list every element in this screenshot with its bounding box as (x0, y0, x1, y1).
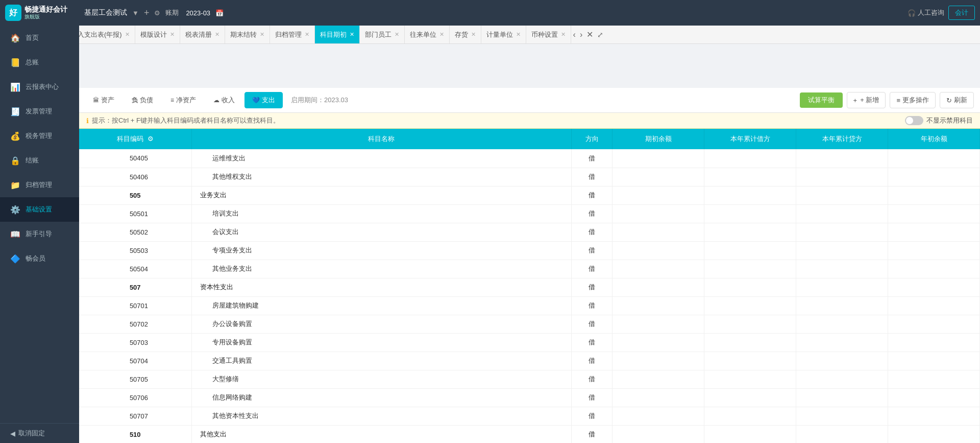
table-row[interactable]: 50502 会议支出 借 (79, 223, 980, 241)
main-content: 🏛 资产 负 负债 ≡ 净资产 ☁ 收入 💙 支出 启用期间：2023.03 试… (79, 88, 980, 443)
cell-credit (796, 407, 888, 425)
tab-close-icon[interactable]: ✕ (215, 31, 219, 38)
sub-tab-asset[interactable]: 🏛 资产 (85, 92, 122, 108)
table-row[interactable]: 510 其他支出 借 (79, 425, 980, 443)
cell-year-open (888, 260, 980, 278)
more-button[interactable]: ≡ 更多操作 (890, 92, 936, 108)
tab-subject[interactable]: 科目期初 ✕ (315, 26, 360, 44)
tab-currency[interactable]: 币种设置 ✕ (526, 26, 571, 44)
table-row[interactable]: 50704 交通工具购置 借 (79, 352, 980, 370)
sidebar-item-settings[interactable]: ⚙️ 基础设置 (0, 197, 79, 222)
sidebar-item-invoice[interactable]: 🧾 发票管理 (0, 99, 79, 124)
table-row[interactable]: 507 资本性支出 借 (79, 278, 980, 296)
cell-credit (796, 168, 888, 186)
cell-code: 505 (79, 186, 191, 204)
tab-dept[interactable]: 部门员工 ✕ (360, 26, 405, 44)
sub-tab-income[interactable]: ☁ 收入 (206, 92, 242, 108)
table-row[interactable]: 50707 其他资本性支出 借 (79, 407, 980, 425)
balance-button[interactable]: 试算平衡 (800, 92, 843, 108)
tab-tax[interactable]: 税表清册 ✕ (180, 26, 225, 44)
disabled-toggle[interactable] (905, 116, 923, 125)
sub-tab-liability[interactable]: 负 负债 (124, 92, 161, 108)
tab-contact[interactable]: 往来单位 ✕ (405, 26, 450, 44)
tab-template[interactable]: 模版设计 ✕ (135, 26, 180, 44)
sidebar-item-guide[interactable]: 📖 新手引导 (0, 222, 79, 246)
table-row[interactable]: 50503 专项业务支出 借 (79, 241, 980, 260)
cell-year-open (888, 149, 980, 168)
dropdown-icon[interactable]: ▼ (132, 9, 139, 17)
table-row[interactable]: 50405 运维维支出 借 (79, 149, 980, 168)
cell-year-open (888, 223, 980, 241)
tab-prev-button[interactable]: ‹ (571, 30, 578, 39)
sidebar-item-ledger[interactable]: 📒 总账 (0, 50, 79, 75)
sub-tab-expense[interactable]: 💙 支出 (244, 92, 283, 108)
table-row[interactable]: 50501 培训支出 借 (79, 204, 980, 223)
tab-close-icon[interactable]: ✕ (305, 31, 309, 38)
tab-next-button[interactable]: › (578, 30, 584, 39)
sidebar-item-tax[interactable]: 💰 税务管理 (0, 124, 79, 148)
sidebar-item-closing[interactable]: 🔒 结账 (0, 148, 79, 173)
cell-direction: 借 (572, 333, 612, 352)
cell-debit (704, 352, 796, 370)
tab-close-icon[interactable]: ✕ (471, 31, 476, 38)
tab-close-icon[interactable]: ✕ (260, 31, 264, 38)
cell-year-open (888, 296, 980, 315)
tab-label: 归档管理 (275, 30, 302, 39)
cell-opening (612, 149, 704, 168)
table-row[interactable]: 50701 房屋建筑物购建 借 (79, 296, 980, 315)
sidebar-label: 基础设置 (26, 205, 52, 214)
cell-opening (612, 204, 704, 223)
top-bar: 好 畅捷通好会计 旗舰版 基层工会测试 ▼ + ⚙ 账期 2023-03 📅 🎧… (0, 0, 980, 26)
sidebar-item-home[interactable]: 🏠 首页 (0, 26, 79, 50)
tab-close-all-button[interactable]: ✕ (584, 30, 595, 39)
sub-tab-equity[interactable]: ≡ 净资产 (163, 92, 204, 108)
tab-expand-button[interactable]: ⤢ (595, 31, 605, 39)
tab-close-icon[interactable]: ✕ (395, 31, 399, 38)
sidebar-label: 新手引导 (26, 229, 52, 239)
add-icon[interactable]: + (144, 8, 150, 18)
sub-tab-label: 负债 (140, 96, 153, 105)
table-row[interactable]: 50406 其他维权支出 借 (79, 168, 980, 186)
sidebar-item-archive[interactable]: 📁 归档管理 (0, 173, 79, 197)
table-row[interactable]: 50705 大型修缮 借 (79, 370, 980, 388)
tab-close-icon[interactable]: ✕ (350, 31, 354, 38)
tab-bar: 首页 £(中期) ✕ 收入支出表(年报) ✕ 模版设计 ✕ 税表清册 ✕ 期末结… (0, 26, 980, 44)
refresh-button[interactable]: ↻ 刷新 (940, 92, 974, 108)
table-row[interactable]: 50504 其他业务支出 借 (79, 260, 980, 278)
tab-label: 期末结转 (230, 30, 257, 39)
gear-icon[interactable]: ⚙ (148, 135, 154, 143)
tab-closing[interactable]: 期末结转 ✕ (225, 26, 270, 44)
tab-close-icon[interactable]: ✕ (170, 31, 175, 38)
cell-year-open (888, 168, 980, 186)
tab-close-icon[interactable]: ✕ (561, 31, 566, 38)
cell-debit (704, 407, 796, 425)
cell-credit (796, 333, 888, 352)
tab-archive[interactable]: 归档管理 ✕ (270, 26, 315, 44)
tab-close-icon[interactable]: ✕ (516, 31, 521, 38)
consult-button[interactable]: 🎧 人工咨询 (908, 8, 944, 17)
table-row[interactable]: 50706 信息网络购建 借 (79, 388, 980, 407)
tab-unit[interactable]: 计量单位 ✕ (481, 26, 526, 44)
table-row[interactable]: 505 业务支出 借 (79, 186, 980, 204)
tab-inventory[interactable]: 存货 ✕ (450, 26, 481, 44)
cell-name: 交通工具购置 (191, 352, 572, 370)
archive-icon: 📁 (10, 180, 20, 190)
table-row[interactable]: 50702 办公设备购置 借 (79, 315, 980, 333)
tab-close-icon[interactable]: ✕ (125, 31, 130, 38)
cell-debit (704, 278, 796, 296)
calendar-icon[interactable]: 📅 (215, 9, 224, 17)
settings-icon[interactable]: ⚙ (154, 9, 160, 17)
sidebar-item-report[interactable]: 📊 云报表中心 (0, 75, 79, 99)
tab-close-icon[interactable]: ✕ (439, 31, 444, 38)
cell-direction: 借 (572, 168, 612, 186)
sidebar-collapse-button[interactable]: ◀ 取消固定 (0, 423, 79, 443)
cell-opening (612, 241, 704, 260)
table-row[interactable]: 50703 专用设备购置 借 (79, 333, 980, 352)
company-name[interactable]: 基层工会测试 (84, 8, 127, 17)
add-button[interactable]: + + 新增 (847, 92, 886, 108)
cell-code: 50702 (79, 315, 191, 333)
account-button[interactable]: 会计 (948, 6, 975, 20)
cell-direction: 借 (572, 296, 612, 315)
sub-tab-label: 资产 (101, 96, 114, 105)
sidebar-item-member[interactable]: 🔷 畅会员 (0, 246, 79, 271)
